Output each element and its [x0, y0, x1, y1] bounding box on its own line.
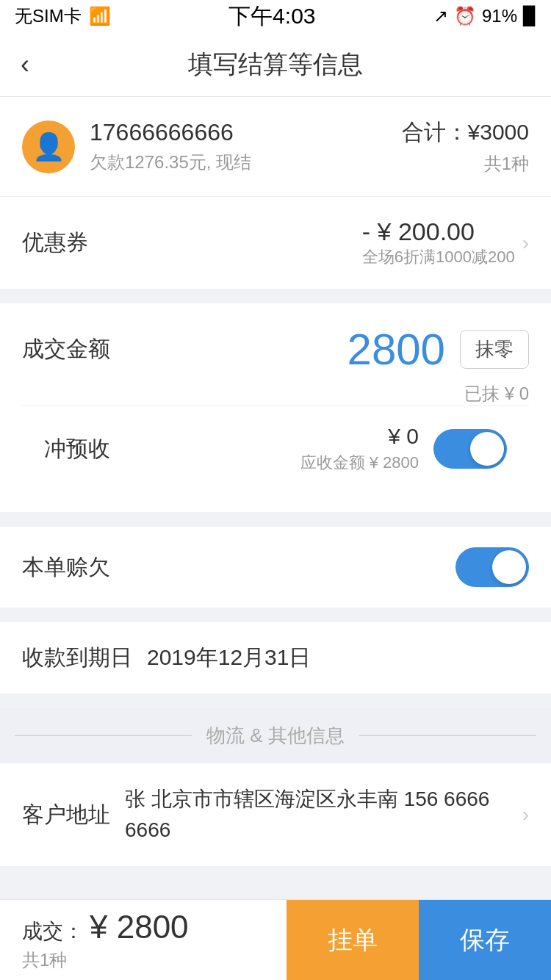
no-sim-text: 无SIM卡 — [15, 4, 82, 28]
bottom-left: 成交： ¥ 2800 共1种 — [0, 909, 287, 972]
user-left: 👤 17666666666 欠款1276.35元, 现结 — [22, 119, 251, 174]
prepay-right: ¥ 0 应收金额 ¥ 2800 — [300, 424, 507, 474]
bottom-deal-label: 成交： — [22, 918, 84, 945]
nav-bar: ‹ 填写结算等信息 — [0, 32, 551, 97]
status-bar-time: 下午4:03 — [228, 1, 315, 32]
address-section[interactable]: 客户地址 张 北京市市辖区海淀区永丰南 156 6666 6666 › — [0, 763, 551, 866]
bottom-amount: ¥ 2800 — [90, 909, 189, 945]
coupon-right: - ¥ 200.00 全场6折满1000减200 › — [362, 217, 529, 268]
status-bar: 无SIM卡 📶 下午4:03 ↗ ⏰ 91% ▉ — [0, 0, 551, 32]
user-sub-info: 欠款1276.35元, 现结 — [90, 151, 251, 174]
due-date-value: 2019年12月31日 — [147, 643, 311, 673]
amount-value-row: 2800 抹零 — [347, 324, 529, 375]
battery-level: 91% — [482, 6, 517, 26]
user-row: 👤 17666666666 欠款1276.35元, 现结 合计：¥3000 共1… — [0, 97, 551, 196]
user-phone: 17666666666 — [90, 119, 251, 146]
deal-amount-section: 成交金额 2800 抹零 已抹 ¥ 0 冲预收 ¥ 0 应收金额 ¥ 2800 — [0, 303, 551, 512]
divider-line-right — [359, 735, 536, 736]
wifi-icon: 📶 — [89, 6, 111, 26]
prepay-sub: 应收金额 ¥ 2800 — [300, 452, 419, 474]
location-icon: ↗ — [433, 6, 448, 26]
debt-toggle-knob — [492, 550, 526, 584]
amount-row: 成交金额 2800 抹零 — [22, 324, 529, 375]
bottom-count: 共1种 — [22, 948, 264, 972]
user-total: 合计：¥3000 — [402, 118, 529, 148]
amount-label: 成交金额 — [22, 334, 110, 364]
back-button[interactable]: ‹ — [21, 49, 29, 80]
user-info-section: 👤 17666666666 欠款1276.35元, 现结 合计：¥3000 共1… — [0, 97, 551, 289]
round-button[interactable]: 抹零 — [460, 330, 529, 369]
address-label: 客户地址 — [22, 800, 110, 830]
user-info: 17666666666 欠款1276.35元, 现结 — [90, 119, 251, 174]
coupon-amount: - ¥ 200.00 — [362, 217, 515, 246]
toggle-knob — [470, 432, 504, 466]
page-title: 填写结算等信息 — [188, 48, 363, 82]
prepay-amount-block: ¥ 0 应收金额 ¥ 2800 — [300, 424, 419, 474]
status-bar-right: ↗ ⏰ 91% ▉ — [433, 6, 536, 26]
debt-label: 本单赊欠 — [22, 552, 110, 583]
divider-text: 物流 & 其他信息 — [206, 723, 345, 749]
coupon-row[interactable]: 优惠券 - ¥ 200.00 全场6折满1000减200 › — [0, 196, 551, 289]
avatar: 👤 — [22, 120, 75, 173]
bottom-deal-row: 成交： ¥ 2800 — [22, 909, 264, 945]
chevron-right-icon: › — [522, 231, 529, 255]
due-date-section: 收款到期日 2019年12月31日 — [0, 622, 551, 693]
amount-sub: 已抹 ¥ 0 — [22, 382, 529, 406]
due-date-label: 收款到期日 — [22, 643, 132, 673]
prepay-label: 冲预收 — [44, 434, 110, 464]
prepay-amount: ¥ 0 — [300, 424, 419, 449]
address-chevron-icon: › — [522, 803, 529, 826]
prepay-row: 冲预收 ¥ 0 应收金额 ¥ 2800 — [22, 406, 529, 491]
coupon-desc: 全场6折满1000减200 — [362, 246, 515, 268]
save-button[interactable]: 保存 — [419, 900, 551, 980]
address-value: 张 北京市市辖区海淀区永丰南 156 6666 6666 — [125, 784, 508, 846]
user-count: 共1种 — [402, 152, 529, 176]
user-right: 合计：¥3000 共1种 — [402, 118, 529, 176]
alarm-icon: ⏰ — [454, 6, 476, 26]
coupon-label: 优惠券 — [22, 228, 88, 258]
debt-row-section: 本单赊欠 — [0, 527, 551, 608]
status-bar-left: 无SIM卡 📶 — [15, 4, 111, 28]
battery-icon: ▉ — [523, 6, 536, 26]
logistics-divider: 物流 & 其他信息 — [0, 708, 551, 763]
amount-value: 2800 — [347, 324, 445, 375]
prepay-toggle[interactable] — [433, 429, 507, 469]
debt-toggle[interactable] — [455, 547, 529, 587]
bottom-bar: 成交： ¥ 2800 共1种 挂单 保存 — [0, 899, 551, 980]
avatar-icon: 👤 — [32, 131, 65, 162]
hang-button[interactable]: 挂单 — [287, 900, 419, 980]
divider-line-left — [15, 735, 192, 736]
